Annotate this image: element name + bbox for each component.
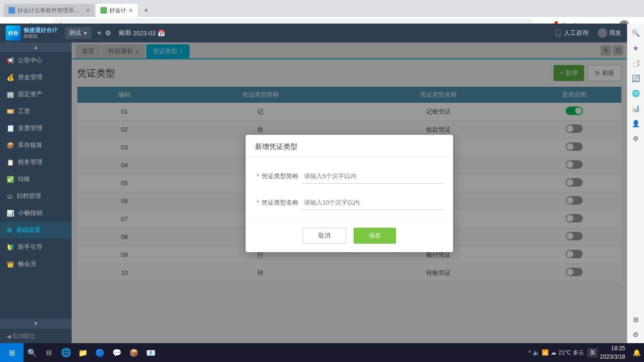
sidebar-item-invoice[interactable]: 🧾 发票管理: [0, 120, 72, 137]
right-icon-globe[interactable]: 🌐: [629, 87, 643, 100]
period-value: 2023-03: [133, 30, 156, 37]
modal-header: 新增凭证类型: [246, 135, 453, 157]
sidebar-item-settings[interactable]: ⚙ 基础设置: [0, 222, 72, 239]
company-dropdown-icon: ▼: [83, 31, 88, 36]
sidebar-item-archive[interactable]: 🗂 归档管理: [0, 188, 72, 205]
right-icon-refresh[interactable]: 🔄: [629, 72, 643, 85]
clock-time: 18:25: [600, 344, 625, 353]
tab-1-favicon: [8, 7, 15, 14]
right-icon-gear2[interactable]: ⚙: [629, 328, 643, 341]
clock-widget[interactable]: 18:25 2023/3/18: [600, 344, 629, 361]
invoice-icon: 🧾: [7, 125, 14, 132]
sidebar-item-member[interactable]: 👑 畅会员: [0, 255, 72, 272]
logo-sub-text: 旗舰版: [24, 33, 58, 39]
form-row-shortname: * 凭证类型简称: [255, 169, 444, 184]
required-star-1: *: [256, 173, 259, 180]
tab-2-close[interactable]: ✕: [129, 8, 133, 14]
sidebar-item-announcement[interactable]: 📢 公告中心: [0, 52, 72, 69]
right-icon-chart[interactable]: 📊: [629, 102, 643, 115]
app-logo: 好合 畅捷通好合计 旗舰版: [6, 25, 58, 41]
taskbar-icon-files[interactable]: 📁: [74, 344, 91, 361]
taskbar-icon-app1[interactable]: 📦: [125, 344, 142, 361]
sidebar-item-inventory[interactable]: 📦 库存核算: [0, 137, 72, 154]
lang-indicator[interactable]: 英: [587, 348, 598, 358]
sidebar-item-checkout[interactable]: ✅ 结账: [0, 171, 72, 188]
tray-icon-1[interactable]: 🔈: [533, 349, 540, 356]
logo-icon: 好合: [6, 25, 21, 41]
new-tab-btn[interactable]: +: [140, 4, 153, 17]
weather-text: 21°C 多云: [558, 349, 584, 357]
weather-icon: ☁: [551, 349, 556, 356]
salary-label: 工资: [18, 107, 30, 115]
fullname-input[interactable]: [302, 195, 444, 210]
settings-btn[interactable]: ⚙: [105, 29, 111, 37]
right-icon-grid[interactable]: ⊞: [629, 313, 643, 326]
announcement-icon: 📢: [7, 57, 14, 64]
service-btn[interactable]: 🎧 人工咨询: [554, 29, 588, 37]
taskbar-icon-edge[interactable]: 🌐: [58, 344, 74, 361]
right-icon-doc[interactable]: 📑: [629, 57, 643, 70]
modal-dialog: 新增凭证类型 * 凭证类型简称: [246, 135, 453, 252]
taskbar-icon-email[interactable]: 📧: [142, 344, 159, 361]
taskbar-icon-wechat[interactable]: 💬: [108, 344, 125, 361]
tab-1-close[interactable]: ✕: [86, 8, 90, 14]
sidebar-item-fund[interactable]: 💰 资金管理: [0, 69, 72, 86]
left-sidebar: ▲ 📢 公告中心 💰 资金管理 🏢 固定资产 💴 工资 🧾 发票管理: [0, 42, 72, 344]
tray-icon-2[interactable]: 📶: [542, 349, 549, 356]
sidebar-item-guide[interactable]: 🔰 新手引导: [0, 239, 72, 255]
fixed-assets-icon: 🏢: [7, 91, 14, 98]
app-container: 好合 畅捷通好合计 旗舰版 测试 ▼ + ⚙ 账期 2023-03 📅 🎧 人工…: [0, 24, 627, 344]
pin-icon: ◀: [7, 333, 11, 340]
user-btn[interactable]: 用友: [598, 28, 621, 38]
inventory-icon: 📦: [7, 142, 14, 149]
sidebar-item-fixed-assets[interactable]: 🏢 固定资产: [0, 86, 72, 103]
unpin-sidebar-btn[interactable]: ◀ 取消固定: [0, 328, 72, 344]
company-selector[interactable]: 测试 ▼: [65, 27, 91, 39]
start-button[interactable]: ⊞: [0, 343, 24, 362]
cancel-button[interactable]: 取消: [303, 228, 346, 244]
checkout-icon: ✅: [7, 176, 14, 183]
sidebar-item-report[interactable]: 📊 小畅报销: [0, 205, 72, 222]
taskbar: ⊞ 🔍 ⊟ 🌐 📁 🔵 💬 📦 📧 ^ 🔈 📶 ☁ 21°C 多云 英 18:2…: [0, 343, 644, 362]
right-icon-user[interactable]: 👤: [629, 117, 643, 130]
tab-2[interactable]: 好会计 ✕: [96, 4, 138, 17]
tab-1[interactable]: 好会计云务软件管理系统_会计 ✕: [4, 4, 95, 17]
logo-text-block: 畅捷通好合计 旗舰版: [24, 27, 58, 39]
required-star-2: *: [256, 199, 259, 206]
settings-label: 基础设置: [16, 226, 41, 234]
expand-tray-btn[interactable]: ^: [528, 349, 531, 356]
sidebar-scroll-up[interactable]: ▲: [0, 42, 72, 52]
sidebar-item-tax[interactable]: 📋 税务管理: [0, 154, 72, 171]
company-name: 测试: [69, 29, 81, 37]
archive-icon: 🗂: [7, 193, 13, 200]
search-taskbar[interactable]: 🔍: [24, 344, 41, 361]
tab-2-title: 好会计: [109, 7, 126, 15]
right-icon-settings[interactable]: ⚙: [629, 132, 643, 145]
right-icon-search[interactable]: 🔍: [629, 26, 643, 40]
add-company-btn[interactable]: +: [97, 29, 101, 37]
service-label: 人工咨询: [564, 29, 588, 37]
guide-icon: 🔰: [7, 244, 14, 251]
modal-overlay[interactable]: 新增凭证类型 * 凭证类型简称: [72, 42, 627, 344]
weather-widget[interactable]: ☁ 21°C 多云: [551, 349, 584, 357]
fund-label: 资金管理: [18, 73, 42, 82]
save-button[interactable]: 保存: [354, 228, 396, 244]
shortname-input[interactable]: [302, 169, 444, 184]
notification-btn[interactable]: 🔔: [629, 343, 644, 362]
right-icon-star[interactable]: ★: [629, 41, 643, 55]
sidebar-item-salary[interactable]: 💴 工资: [0, 103, 72, 120]
taskbar-icon-chrome[interactable]: 🔵: [91, 344, 108, 361]
announcement-label: 公告中心: [18, 56, 42, 65]
user-avatar-icon: [598, 28, 607, 38]
fullname-label: * 凭证类型名称: [255, 198, 302, 207]
form-row-fullname: * 凭证类型名称: [255, 195, 444, 210]
app-topbar: 好合 畅捷通好合计 旗舰版 测试 ▼ + ⚙ 账期 2023-03 📅 🎧 人工…: [0, 24, 627, 42]
task-view-btn[interactable]: ⊟: [41, 344, 58, 361]
modal-footer: 取消 保存: [246, 222, 453, 252]
clock-date: 2023/3/18: [600, 353, 625, 361]
tax-label: 税务管理: [18, 158, 42, 166]
period-label: 账期: [119, 29, 131, 37]
main-layout: ▲ 📢 公告中心 💰 资金管理 🏢 固定资产 💴 工资 🧾 发票管理: [0, 42, 627, 344]
fixed-assets-label: 固定资产: [18, 90, 42, 99]
sidebar-scroll-down[interactable]: ▼: [0, 319, 72, 328]
